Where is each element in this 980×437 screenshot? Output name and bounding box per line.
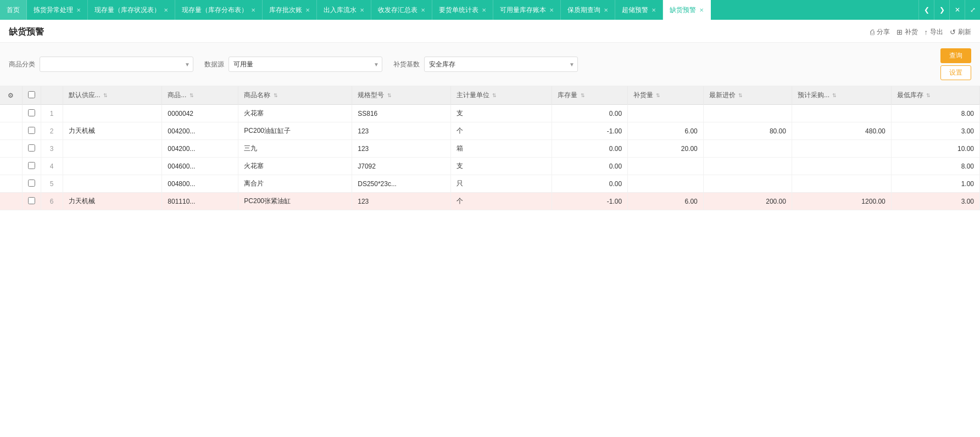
tab-close-exception[interactable]: ✕ <box>76 7 81 13</box>
table-header-product-name[interactable]: 商品名称 ⇅ <box>238 86 352 105</box>
tab-close-stock-dist[interactable]: ✕ <box>251 7 255 13</box>
table-header-min-stock[interactable]: 最低库存 ⇅ <box>891 86 979 105</box>
estimated-purchase-sort-icon: ⇅ <box>832 93 837 98</box>
row-unit-0: 支 <box>450 105 552 122</box>
supplier-sort-icon: ⇅ <box>103 93 108 98</box>
tab-close-inout[interactable]: ✕ <box>360 7 364 13</box>
category-select[interactable] <box>40 57 193 72</box>
tab-bar: 首页 拣货异常处理 ✕ 现存量（库存状况表） ✕ 现存量（库存分布表） ✕ 库存… <box>0 0 980 20</box>
tab-close-available[interactable]: ✕ <box>549 7 554 13</box>
tab-stock-status[interactable]: 现存量（库存状况表） ✕ <box>88 0 175 20</box>
tab-close-batch[interactable]: ✕ <box>305 7 310 13</box>
row-spec-4: DS250*23c... <box>352 175 451 193</box>
page-title: 缺货预警 <box>9 26 44 38</box>
row-checkbox-cell-4[interactable] <box>22 175 41 193</box>
replenish-base-select-wrapper: 安全库存 最低库存 ▼ <box>424 57 578 72</box>
row-supplier-3 <box>63 158 162 175</box>
row-checkbox-0[interactable] <box>28 109 35 116</box>
replenish-qty-sort-icon: ⇅ <box>656 93 660 98</box>
tab-scroll-right[interactable]: ❯ <box>934 0 949 20</box>
table-header-supplier[interactable]: 默认供应... ⇅ <box>63 86 162 105</box>
table-header-replenish-qty[interactable]: 补货量 ⇅ <box>628 86 704 105</box>
table-header-latest-price[interactable]: 最新进价 ⇅ <box>703 86 792 105</box>
row-checkbox-3[interactable] <box>28 162 35 169</box>
tab-stock-dist[interactable]: 现存量（库存分布表） ✕ <box>175 0 263 20</box>
table-row: 2 力天机械 004200... PC200油缸缸子 123 个 -1.00 6… <box>0 122 980 140</box>
query-button[interactable]: 查询 <box>940 48 971 63</box>
tab-close-collect[interactable]: ✕ <box>421 7 425 13</box>
datasource-label: 数据源 <box>204 60 224 69</box>
datasource-select-wrapper: 可用量 库存量 ▼ <box>229 57 382 72</box>
row-gear-2 <box>0 140 22 158</box>
row-product-code-5: 801110... <box>162 193 238 210</box>
category-label: 商品分类 <box>9 60 35 69</box>
tab-demand[interactable]: 要货单统计表 ✕ <box>432 0 493 20</box>
row-num-2: 3 <box>41 140 63 158</box>
latest-price-sort-icon: ⇅ <box>738 93 743 98</box>
row-gear-1 <box>0 122 22 140</box>
refresh-icon: ↺ <box>950 28 956 36</box>
replenish-base-select[interactable]: 安全库存 最低库存 <box>424 57 578 72</box>
table-header-unit[interactable]: 主计量单位 ⇅ <box>450 86 552 105</box>
tab-shortage[interactable]: 缺货预警 ✕ <box>663 0 711 20</box>
row-checkbox-cell-3[interactable] <box>22 158 41 175</box>
tab-overstock[interactable]: 超储预警 ✕ <box>615 0 663 20</box>
datasource-select[interactable]: 可用量 库存量 <box>229 57 382 72</box>
tab-close-stock-status[interactable]: ✕ <box>164 7 168 13</box>
row-checkbox-1[interactable] <box>28 127 35 134</box>
row-spec-2: 123 <box>352 140 451 158</box>
tab-home[interactable]: 首页 <box>0 0 27 20</box>
row-stock-qty-1: -1.00 <box>552 122 628 140</box>
tab-batch[interactable]: 库存批次账 ✕ <box>263 0 317 20</box>
row-checkbox-cell-1[interactable] <box>22 122 41 140</box>
row-stock-qty-5: -1.00 <box>552 193 628 210</box>
tab-collect[interactable]: 收发存汇总表 ✕ <box>371 0 432 20</box>
tab-close-overstock[interactable]: ✕ <box>652 7 656 13</box>
category-select-wrapper: ▼ <box>40 57 193 72</box>
table-header-product-code[interactable]: 商品... ⇅ <box>162 86 238 105</box>
row-unit-4: 只 <box>450 175 552 193</box>
tab-close-shortage[interactable]: ✕ <box>699 7 704 13</box>
unit-sort-icon: ⇅ <box>492 93 497 98</box>
row-checkbox-cell-2[interactable] <box>22 140 41 158</box>
tab-close-expiry[interactable]: ✕ <box>604 7 608 13</box>
table-row: 4 004600... 火花塞 J7092 支 0.00 8.00 <box>0 158 980 175</box>
row-checkbox-5[interactable] <box>28 197 35 204</box>
share-button[interactable]: ⎙ 分享 <box>870 27 890 37</box>
row-checkbox-2[interactable] <box>28 144 35 152</box>
tab-inout[interactable]: 出入库流水 ✕ <box>317 0 371 20</box>
replenish-button[interactable]: ⊞ 补货 <box>897 27 918 37</box>
select-all-checkbox[interactable] <box>28 91 35 98</box>
row-num-4: 5 <box>41 175 63 193</box>
tab-expand[interactable]: ⤢ <box>965 0 980 20</box>
row-product-name-0: 火花塞 <box>238 105 352 122</box>
row-latest-price-1: 80.00 <box>703 122 792 140</box>
export-button[interactable]: ↑ 导出 <box>925 27 944 37</box>
row-product-name-4: 离合片 <box>238 175 352 193</box>
tab-close-demand[interactable]: ✕ <box>482 7 486 13</box>
tab-available[interactable]: 可用量库存账本 ✕ <box>493 0 561 20</box>
settings-button[interactable]: 设置 <box>940 65 971 80</box>
tab-close-all[interactable]: ✕ <box>949 0 965 20</box>
row-latest-price-5: 200.00 <box>703 193 792 210</box>
replenish-base-label: 补货基数 <box>393 60 420 69</box>
row-checkbox-4[interactable] <box>28 180 35 187</box>
tab-exception[interactable]: 拣货异常处理 ✕ <box>27 0 88 20</box>
row-unit-2: 箱 <box>450 140 552 158</box>
row-checkbox-cell-5[interactable] <box>22 193 41 210</box>
row-checkbox-cell-0[interactable] <box>22 105 41 122</box>
stock-qty-sort-icon: ⇅ <box>581 93 585 98</box>
table-header-estimated-purchase[interactable]: 预计采购... ⇅ <box>792 86 891 105</box>
table-header-stock-qty[interactable]: 库存量 ⇅ <box>552 86 628 105</box>
row-product-name-1: PC200油缸缸子 <box>238 122 352 140</box>
table-header-gear[interactable]: ⚙ <box>0 86 22 105</box>
row-latest-price-3 <box>703 158 792 175</box>
row-estimated-purchase-5: 1200.00 <box>792 193 891 210</box>
category-filter-group: 商品分类 ▼ <box>9 57 193 72</box>
tab-scroll-left[interactable]: ❮ <box>918 0 934 20</box>
tab-expiry[interactable]: 保质期查询 ✕ <box>561 0 615 20</box>
product-code-sort-icon: ⇅ <box>190 93 194 98</box>
refresh-button[interactable]: ↺ 刷新 <box>950 27 971 37</box>
table-header-spec[interactable]: 规格型号 ⇅ <box>352 86 451 105</box>
table-header-checkbox[interactable] <box>22 86 41 105</box>
